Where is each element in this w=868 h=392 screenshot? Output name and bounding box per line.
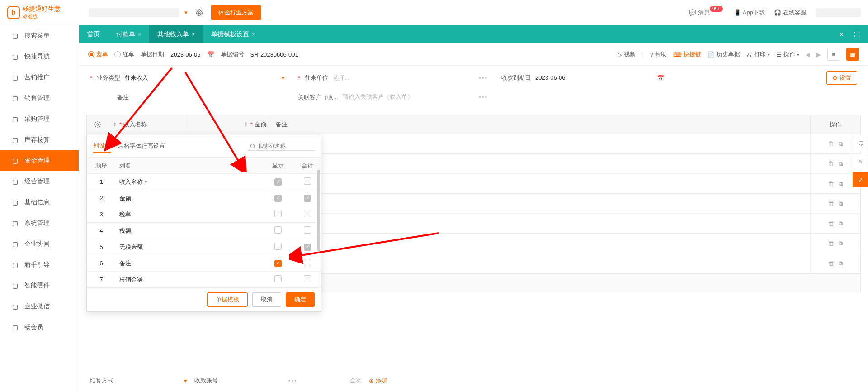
layout-list-icon[interactable]: ≡	[827, 48, 840, 61]
sidebar-item-gift[interactable]: ▢营销推广	[0, 67, 79, 88]
col-remark[interactable]: 备注	[271, 115, 811, 134]
copy-icon[interactable]: ⧉	[839, 200, 843, 207]
sidebar-item-house[interactable]: ▢库存核算	[0, 129, 79, 150]
close-icon[interactable]: ×	[192, 31, 195, 38]
chevron-down-icon[interactable]: ▾	[145, 179, 147, 184]
wechat-icon: ▢	[11, 302, 19, 311]
copy-icon[interactable]: ⧉	[839, 240, 843, 247]
more-icon[interactable]: •••	[479, 94, 488, 100]
copy-icon[interactable]: ⧉	[839, 260, 843, 267]
radio-blue[interactable]: 蓝单	[88, 50, 108, 58]
col-amount[interactable]: ▲▼ *金额	[185, 115, 271, 134]
headset-icon: 🎧	[774, 9, 781, 16]
sidebar-item-doc[interactable]: ▢经营管理	[0, 171, 79, 192]
delete-icon[interactable]: 🗑	[828, 140, 834, 147]
template-button[interactable]: 单据模板	[207, 292, 248, 307]
popup-tab-font[interactable]: 表格字体行高设置	[118, 140, 165, 152]
remark-cell[interactable]	[271, 253, 811, 273]
more-icon[interactable]: •••	[479, 75, 488, 81]
message-button[interactable]: 💬 消息 99+	[689, 9, 725, 17]
copy-icon[interactable]: ⧉	[839, 140, 843, 148]
sidebar-item-wallet[interactable]: ▢资金管理	[0, 150, 79, 171]
copy-icon[interactable]: ⧉	[839, 160, 843, 167]
delete-icon[interactable]: 🗑	[828, 220, 834, 227]
message-badge: 99+	[710, 6, 723, 12]
gear-icon[interactable]	[193, 6, 206, 19]
sidebar-item-vip[interactable]: ▢畅会员	[0, 317, 79, 338]
partner-input[interactable]: 选择...	[333, 74, 474, 82]
next-icon[interactable]: ▶	[816, 51, 821, 58]
sidebar-item-home[interactable]: ▢快捷导航	[0, 46, 79, 67]
experience-button[interactable]: 体验行业方案	[211, 5, 261, 20]
popup-scrollbar[interactable]	[317, 170, 320, 251]
remark-cell[interactable]	[271, 194, 811, 213]
copy-icon[interactable]: ⧉	[839, 220, 843, 227]
prev-icon[interactable]: ◀	[806, 51, 810, 58]
video-button[interactable]: ▷视频	[618, 50, 636, 58]
print-button[interactable]: 🖨打印▾	[746, 50, 770, 58]
tab-close-all-icon[interactable]: ✕	[835, 29, 847, 40]
remark-cell[interactable]	[271, 174, 811, 193]
tab[interactable]: 单据模板设置×	[203, 25, 263, 43]
bill-date-value[interactable]: 2023-06-06	[170, 51, 201, 58]
delete-icon[interactable]: 🗑	[828, 260, 834, 267]
user-name-placeholder[interactable]	[816, 8, 861, 17]
rel-customer-input[interactable]: 请输入关联客户（收入单）	[343, 93, 475, 101]
app-download-button[interactable]: 📱 App下载	[734, 9, 765, 17]
biz-type-select[interactable]: 往来收入	[125, 74, 277, 82]
cancel-button[interactable]: 取消	[252, 292, 281, 307]
popup-search-input[interactable]	[259, 143, 313, 149]
note-icon[interactable]: 🗨	[853, 136, 868, 151]
copy-icon[interactable]: ⧉	[839, 180, 843, 187]
popup-tab-columns[interactable]: 列设置	[93, 140, 111, 153]
calendar-icon[interactable]: 📅	[207, 51, 214, 58]
sidebar-item-play[interactable]: ▢新手引导	[0, 254, 79, 275]
popup-row: 7 核销金额	[87, 272, 321, 288]
due-date-input[interactable]: 2023-06-06	[535, 74, 652, 81]
radio-red[interactable]: 红单	[114, 50, 134, 58]
delete-icon[interactable]: 🗑	[828, 200, 834, 207]
online-service-button[interactable]: 🎧 在线客服	[774, 9, 807, 17]
sidebar-item-bag[interactable]: ▢采购管理	[0, 109, 79, 129]
add-button[interactable]: ⊕ 添加	[369, 377, 387, 385]
remark-cell[interactable]	[271, 154, 811, 173]
remark-input[interactable]	[133, 97, 284, 97]
remark-cell[interactable]	[271, 134, 811, 153]
remark-cell[interactable]	[271, 234, 811, 253]
help-button[interactable]: ?帮助	[650, 50, 667, 58]
sidebar-item-wechat[interactable]: ▢企业微信	[0, 296, 79, 317]
shortcut-button[interactable]: ⌨快捷键	[673, 50, 701, 58]
settings-button[interactable]: ⚙ 设置	[826, 71, 857, 85]
operate-button[interactable]: ☰操作▾	[776, 50, 799, 58]
edit-icon[interactable]: ✎	[853, 154, 868, 169]
history-button[interactable]: 📄历史单据	[708, 50, 740, 58]
chevron-down-icon[interactable]: ▾	[184, 378, 187, 384]
top-header: b 畅捷通好生意 标准版 ▾ 体验行业方案 💬 消息 99+ 📱 App下载 🎧…	[0, 0, 868, 25]
tab[interactable]: 付款单×	[108, 25, 149, 43]
sidebar-item-device[interactable]: ▢智能硬件	[0, 275, 79, 296]
grid-settings-button[interactable]	[87, 115, 108, 134]
sidebar-item-search[interactable]: ▢搜索菜单	[0, 25, 79, 46]
expand-icon[interactable]: ⤢	[853, 172, 868, 187]
delete-icon[interactable]: 🗑	[828, 160, 834, 167]
tab-expand-icon[interactable]: ⛶	[851, 29, 863, 40]
remark-cell[interactable]	[271, 214, 811, 233]
chevron-down-icon[interactable]: ▾	[184, 9, 188, 16]
more-icon[interactable]: •••	[288, 378, 297, 384]
tab[interactable]: 首页	[79, 25, 108, 43]
delete-icon[interactable]: 🗑	[828, 180, 834, 187]
chevron-down-icon[interactable]: ▾	[282, 75, 284, 81]
calendar-icon[interactable]: 📅	[657, 75, 664, 81]
sidebar-item-building[interactable]: ▢企业协同	[0, 234, 79, 254]
tab[interactable]: 其他收入单×	[149, 25, 203, 43]
sidebar-item-gear[interactable]: ▢系统管理	[0, 213, 79, 234]
close-icon[interactable]: ×	[252, 31, 255, 38]
col-income-name[interactable]: ▲▼ *收入名称	[108, 115, 185, 134]
delete-icon[interactable]: 🗑	[828, 240, 834, 247]
confirm-button[interactable]: 确定	[286, 292, 315, 307]
close-icon[interactable]: ×	[138, 31, 141, 38]
sidebar-item-crown[interactable]: ▢销售管理	[0, 88, 79, 109]
popup-row: 5 无税金额 ✓	[87, 239, 321, 255]
layout-card-icon[interactable]: ▦	[846, 48, 859, 61]
sidebar-item-grid[interactable]: ▢基础信息	[0, 192, 79, 213]
